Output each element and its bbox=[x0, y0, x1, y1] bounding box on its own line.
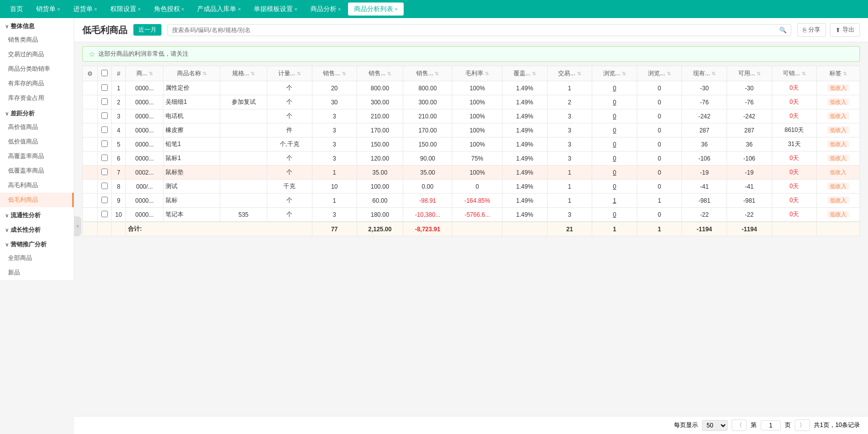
col-name[interactable]: 商品名称 ⇅ bbox=[163, 66, 220, 81]
views1-cell[interactable]: 1 bbox=[592, 194, 637, 208]
col-sales-price[interactable]: 销售... ⇅ bbox=[357, 66, 403, 81]
nav-item-首页[interactable]: 首页 bbox=[4, 3, 29, 16]
export-btn[interactable]: ⬆ 导出 bbox=[830, 23, 860, 37]
sidebar-item-新品[interactable]: 新品 bbox=[0, 265, 74, 280]
views1-cell[interactable]: 0 bbox=[592, 137, 637, 152]
views1-cell[interactable]: 0 bbox=[592, 81, 637, 95]
views-link[interactable]: 0 bbox=[613, 183, 616, 190]
views1-cell[interactable]: 0 bbox=[592, 166, 637, 180]
views1-cell[interactable]: 0 bbox=[592, 95, 637, 109]
sidebar-item-库存资金占用[interactable]: 库存资金占用 bbox=[0, 91, 74, 105]
row-checkbox[interactable] bbox=[101, 183, 108, 189]
col-gross-rate[interactable]: 毛利率 ⇅ bbox=[452, 66, 502, 81]
check-cell[interactable] bbox=[98, 81, 112, 95]
col-tag[interactable]: 标签 ⇅ bbox=[817, 66, 860, 81]
sidebar-collapse-btn[interactable]: « bbox=[74, 216, 81, 236]
sidebar-item-高价值商品[interactable]: 高价值商品 bbox=[0, 120, 74, 134]
sidebar-item-低毛利商品[interactable]: 低毛利商品 bbox=[0, 193, 74, 207]
col-sales-profit[interactable]: 销售... ⇅ bbox=[403, 66, 452, 81]
col-coverage[interactable]: 覆盖... ⇅ bbox=[502, 66, 548, 81]
row-checkbox[interactable] bbox=[101, 140, 108, 147]
nav-close-角色授权[interactable]: × bbox=[182, 7, 185, 12]
nav-close-商品分析[interactable]: × bbox=[338, 7, 341, 12]
sidebar-item-高毛利商品[interactable]: 高毛利商品 bbox=[0, 178, 74, 193]
views1-cell[interactable]: 0 bbox=[592, 208, 637, 222]
sidebar-item-有库存的商品[interactable]: 有库存的商品 bbox=[0, 76, 74, 91]
check-cell[interactable] bbox=[98, 109, 112, 123]
sidebar-item-高覆盖率商品[interactable]: 高覆盖率商品 bbox=[0, 149, 74, 164]
check-cell[interactable] bbox=[98, 95, 112, 109]
col-available[interactable]: 可用... ⇅ bbox=[727, 66, 772, 81]
nav-close-单据模板设置[interactable]: × bbox=[294, 7, 297, 12]
col-code[interactable]: 商... ⇅ bbox=[126, 66, 163, 81]
sidebar-item-商品分类助销率[interactable]: 商品分类助销率 bbox=[0, 62, 74, 76]
col-sales-qty[interactable]: 销售... ⇅ bbox=[312, 66, 357, 81]
row-checkbox[interactable] bbox=[101, 126, 108, 133]
sidebar-group-成长性分析[interactable]: ∨ 成长性分析 bbox=[0, 222, 74, 236]
check-cell[interactable] bbox=[98, 194, 112, 208]
nav-item-商品分析[interactable]: 商品分析× bbox=[304, 3, 347, 16]
check-cell[interactable] bbox=[98, 208, 112, 222]
check-cell[interactable] bbox=[98, 180, 112, 194]
sidebar-item-低价值商品[interactable]: 低价值商品 bbox=[0, 134, 74, 149]
prev-page-btn[interactable]: 〈 bbox=[732, 419, 747, 431]
col-gear[interactable]: ⚙ bbox=[83, 66, 98, 81]
nav-close-产成品入库单[interactable]: × bbox=[238, 7, 241, 12]
col-unit[interactable]: 计量... ⇅ bbox=[267, 66, 312, 81]
views-link[interactable]: 1 bbox=[613, 197, 616, 204]
views-link[interactable]: 0 bbox=[613, 127, 616, 134]
col-views2[interactable]: 浏览... ⇅ bbox=[637, 66, 682, 81]
views-link[interactable]: 0 bbox=[613, 141, 616, 148]
nav-close-销货单[interactable]: × bbox=[57, 7, 60, 12]
sidebar-item-销售类商品[interactable]: 销售类商品 bbox=[0, 33, 74, 47]
nav-item-销货单[interactable]: 销货单× bbox=[30, 3, 66, 16]
row-checkbox[interactable] bbox=[101, 98, 108, 105]
views1-cell[interactable]: 0 bbox=[592, 152, 637, 166]
search-icon[interactable]: 🔍 bbox=[779, 27, 787, 34]
sidebar-item-交易过的商品[interactable]: 交易过的商品 bbox=[0, 47, 74, 62]
col-check[interactable] bbox=[98, 66, 112, 81]
col-current-stock[interactable]: 现有... ⇅ bbox=[682, 66, 727, 81]
sidebar-group-营销推广分析[interactable]: ∨ 营销推广分析 bbox=[0, 236, 74, 251]
views1-cell[interactable]: 0 bbox=[592, 180, 637, 194]
nav-close-商品分析列表[interactable]: × bbox=[395, 7, 398, 12]
page-input[interactable] bbox=[761, 420, 781, 430]
next-page-btn[interactable]: 〉 bbox=[795, 419, 810, 431]
nav-item-进货单[interactable]: 进货单× bbox=[67, 3, 103, 16]
sidebar-item-全部商品[interactable]: 全部商品 bbox=[0, 251, 74, 265]
sidebar-item-低覆盖率商品[interactable]: 低覆盖率商品 bbox=[0, 164, 74, 178]
col-views1[interactable]: 浏览... ⇅ bbox=[592, 66, 637, 81]
share-btn[interactable]: ⎘ 分享 bbox=[797, 23, 826, 37]
sidebar-group-差距分析[interactable]: ∨ 差距分析 bbox=[0, 105, 74, 120]
select-all-checkbox[interactable] bbox=[101, 70, 108, 76]
views1-cell[interactable]: 0 bbox=[592, 123, 637, 137]
row-checkbox[interactable] bbox=[101, 211, 108, 217]
nav-item-权限设置[interactable]: 权限设置× bbox=[104, 3, 147, 16]
col-saleable[interactable]: 可销... ⇅ bbox=[772, 66, 817, 81]
check-cell[interactable] bbox=[98, 152, 112, 166]
check-cell[interactable] bbox=[98, 137, 112, 152]
row-checkbox[interactable] bbox=[101, 155, 108, 161]
row-checkbox[interactable] bbox=[101, 84, 108, 91]
views-link[interactable]: 0 bbox=[613, 99, 616, 106]
views-link[interactable]: 0 bbox=[613, 211, 616, 218]
row-checkbox[interactable] bbox=[101, 169, 108, 175]
views-link[interactable]: 0 bbox=[613, 169, 616, 176]
col-transactions[interactable]: 交易... ⇅ bbox=[547, 66, 592, 81]
sidebar-group-整体信息[interactable]: ∨ 整体信息 bbox=[0, 18, 74, 33]
row-checkbox[interactable] bbox=[101, 197, 108, 203]
check-cell[interactable] bbox=[98, 123, 112, 137]
views-link[interactable]: 0 bbox=[613, 113, 616, 120]
search-input[interactable] bbox=[172, 27, 777, 34]
nav-item-角色授权[interactable]: 角色授权× bbox=[148, 3, 191, 16]
check-cell[interactable] bbox=[98, 166, 112, 180]
row-checkbox[interactable] bbox=[101, 112, 108, 119]
col-spec[interactable]: 规格... ⇅ bbox=[220, 66, 267, 81]
nav-item-单据模板设置[interactable]: 单据模板设置× bbox=[248, 3, 303, 16]
page-size-select[interactable]: 50 100 200 bbox=[702, 420, 728, 431]
nav-item-商品分析列表[interactable]: 商品分析列表× bbox=[348, 3, 404, 16]
nav-close-进货单[interactable]: × bbox=[94, 7, 97, 12]
sidebar-group-流通性分析[interactable]: ∨ 流通性分析 bbox=[0, 207, 74, 222]
views-link[interactable]: 0 bbox=[613, 155, 616, 162]
time-filter-btn[interactable]: 近一月 bbox=[133, 24, 161, 36]
